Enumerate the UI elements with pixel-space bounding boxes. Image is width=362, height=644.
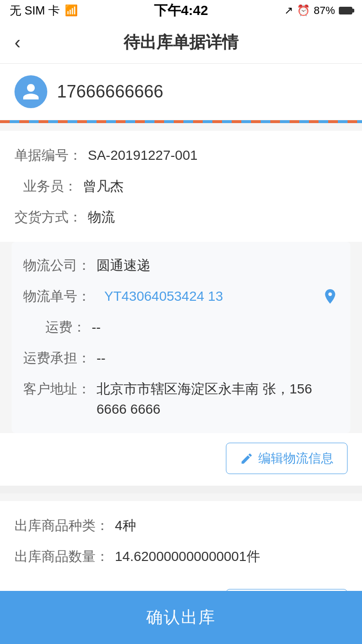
status-right: ↗ ⏰ 87% <box>284 4 352 17</box>
status-left: 无 SIM 卡 📶 <box>10 3 78 18</box>
avatar <box>14 75 47 108</box>
address-label: 客户地址： <box>23 379 91 399</box>
order-no-value: SA-20191227-001 <box>88 145 348 166</box>
battery-percent: 87% <box>314 4 335 17</box>
product-types-value: 4种 <box>115 516 348 536</box>
location-status-icon: ↗ <box>284 4 293 17</box>
salesperson-label: 业务员： <box>14 176 77 196</box>
freight-bearer-label: 运费承担： <box>23 348 91 368</box>
logistics-company-label: 物流公司： <box>23 255 91 276</box>
edit-logistics-label: 编辑物流信息 <box>258 450 334 467</box>
logistics-company-row: 物流公司： 圆通速递 <box>23 255 339 276</box>
salesperson-row: 业务员： 曾凡杰 <box>14 176 348 196</box>
delivery-method-label: 交货方式： <box>14 207 82 227</box>
wifi-icon: 📶 <box>65 4 78 17</box>
logistics-section: 物流公司： 圆通速递 物流单号： YT43064053424 13 运费： --… <box>12 242 350 433</box>
product-types-row: 出库商品种类： 4种 <box>14 516 348 536</box>
salesperson-value: 曾凡杰 <box>83 176 348 196</box>
alarm-icon: ⏰ <box>297 4 310 17</box>
freight-row: 运费： -- <box>23 317 339 337</box>
freight-bearer-row: 运费承担： -- <box>23 348 339 368</box>
order-no-row: 单据编号： SA-20191227-001 <box>14 145 348 166</box>
customer-card: 17666666666 <box>0 64 362 120</box>
address-value: 北京市市辖区海淀区永丰南 张，156 6666 6666 <box>97 379 339 420</box>
edit-logistics-btn-row: 编辑物流信息 <box>0 433 362 486</box>
address-row: 客户地址： 北京市市辖区海淀区永丰南 张，156 6666 6666 <box>23 379 339 420</box>
order-no-label: 单据编号： <box>14 145 82 166</box>
carrier-label: 无 SIM 卡 <box>10 3 60 18</box>
section-divider-1 <box>0 486 362 493</box>
delivery-method-row: 交货方式： 物流 <box>14 207 348 227</box>
freight-value: -- <box>92 317 339 337</box>
map-pin-icon[interactable] <box>321 288 339 305</box>
tracking-label: 物流单号： <box>23 286 91 307</box>
product-types-label: 出库商品种类： <box>14 516 109 536</box>
tracking-value: YT43064053424 13 <box>104 286 314 307</box>
dashed-separator <box>0 120 362 123</box>
confirm-label: 确认出库 <box>146 606 216 629</box>
freight-label: 运费： <box>23 317 86 337</box>
customer-phone: 17666666666 <box>57 82 163 102</box>
edit-icon <box>240 452 253 465</box>
product-qty-row: 出库商品数量： 14.620000000000001件 <box>14 546 348 567</box>
stockout-section: 出库商品种类： 4种 出库商品数量： 14.620000000000001件 <box>0 501 362 581</box>
confirm-button[interactable]: 确认出库 <box>0 591 362 644</box>
order-info-section: 单据编号： SA-20191227-001 业务员： 曾凡杰 交货方式： 物流 <box>0 131 362 242</box>
back-button[interactable]: ‹ <box>14 33 21 52</box>
tracking-row: 物流单号： YT43064053424 13 <box>23 286 339 307</box>
product-qty-label: 出库商品数量： <box>14 546 109 567</box>
product-qty-value: 14.620000000000001件 <box>115 546 348 567</box>
status-bar: 无 SIM 卡 📶 下午4:42 ↗ ⏰ 87% <box>0 0 362 21</box>
delivery-method-value: 物流 <box>88 207 348 227</box>
nav-bar: ‹ 待出库单据详情 <box>0 21 362 64</box>
freight-bearer-value: -- <box>97 348 339 368</box>
logistics-company-value: 圆通速递 <box>97 255 339 276</box>
content: 17666666666 单据编号： SA-20191227-001 业务员： 曾… <box>0 64 362 644</box>
user-icon <box>21 82 41 101</box>
status-time: 下午4:42 <box>154 1 208 20</box>
battery-icon <box>339 7 352 14</box>
page-title: 待出库单据详情 <box>124 31 238 54</box>
edit-logistics-button[interactable]: 编辑物流信息 <box>226 443 348 474</box>
